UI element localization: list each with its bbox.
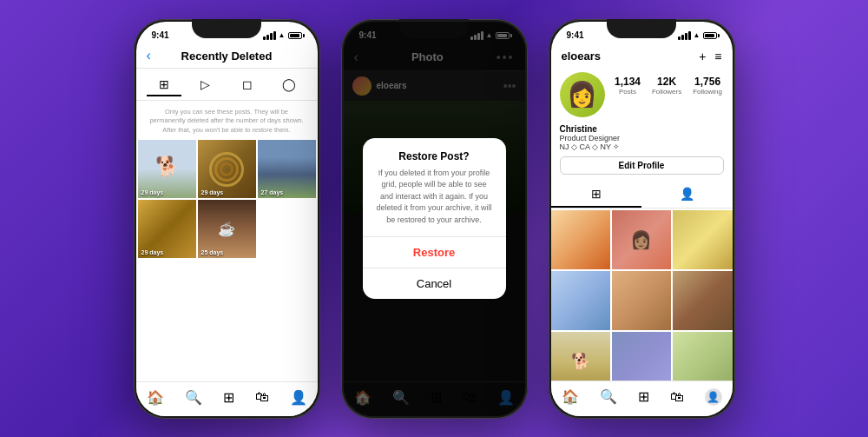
stat-followers: 12K Followers — [652, 76, 681, 96]
story-icon: ◯ — [282, 77, 296, 91]
profile-stats: 1,134 Posts 12K Followers 1,756 Followin… — [614, 72, 724, 96]
page-title: Recently Deleted — [181, 50, 273, 63]
profile-avatar-wrap: 👩 — [560, 72, 605, 117]
profile-photo-4[interactable] — [551, 271, 610, 330]
deleted-photos-grid: 🐕 29 days 29 days 27 days — [136, 140, 318, 258]
media-type-tabs: ⊞ ▷ ◻ ◯ — [136, 69, 318, 101]
days-label-1: 29 days — [141, 189, 164, 195]
days-label-2: 29 days — [201, 189, 224, 195]
status-icons-phone3: ▲ — [678, 31, 717, 40]
bottom-nav-phone1: 🏠 🔍 ⊞ 🛍 👤 — [136, 381, 318, 416]
deleted-photo-1[interactable]: 🐕 29 days — [138, 140, 196, 198]
nav-profile-icon[interactable]: 👤 — [290, 389, 307, 406]
phone-recently-deleted: 9:41 ▲ ‹ Recently Deleted ⊞ — [134, 19, 320, 419]
following-count: 1,756 — [693, 76, 722, 88]
deleted-photo-4[interactable]: 29 days — [138, 200, 196, 258]
followers-count: 12K — [652, 76, 681, 88]
profile-avatar: 👩 — [560, 72, 605, 117]
battery-icon-p3 — [703, 32, 717, 39]
profile-username: eloears — [562, 50, 602, 63]
nav-home-icon-p3[interactable]: 🏠 — [562, 388, 579, 405]
stat-posts: 1,134 Posts — [615, 76, 641, 96]
posts-count: 1,134 — [615, 76, 641, 88]
battery-icon — [288, 32, 302, 39]
edit-profile-button[interactable]: Edit Profile — [560, 156, 724, 175]
modal-body: If you deleted it from your profile grid… — [363, 168, 506, 237]
nav-home-icon[interactable]: 🏠 — [147, 389, 164, 406]
status-time-phone3: 9:41 — [567, 30, 584, 40]
deleted-photo-5[interactable]: ☕ 25 days — [198, 200, 256, 258]
add-post-icon[interactable]: + — [699, 50, 706, 63]
profile-photo-grid: 👩🏽 🐕 — [551, 210, 733, 392]
cancel-button[interactable]: Cancel — [363, 268, 506, 299]
deletion-notice: Only you can see these posts. They will … — [136, 101, 318, 141]
reel-icon: ◻ — [242, 77, 253, 91]
notch — [192, 19, 261, 38]
recently-deleted-header: ‹ Recently Deleted — [136, 46, 318, 69]
restore-modal: Restore Post? If you deleted it from you… — [363, 138, 506, 300]
grid-icon: ⊞ — [159, 77, 169, 91]
nav-new-post-icon-p3[interactable]: ⊞ — [638, 388, 649, 405]
days-label-3: 27 days — [261, 189, 284, 195]
profile-name: Christine — [560, 124, 724, 134]
status-time-phone1: 9:41 — [152, 30, 169, 40]
stat-following: 1,756 Following — [693, 76, 722, 96]
nav-search-icon[interactable]: 🔍 — [185, 389, 202, 406]
bottom-nav-phone3: 🏠 🔍 ⊞ 🛍 👤 — [551, 381, 733, 416]
menu-icon[interactable]: ≡ — [714, 50, 721, 63]
nav-shop-icon[interactable]: 🛍 — [255, 389, 269, 405]
profile-view-tabs: ⊞ 👤 — [551, 182, 733, 209]
signal-icon-p3 — [678, 31, 691, 40]
tab-reel[interactable]: ◻ — [230, 74, 265, 96]
profile-description: Product Designer — [560, 134, 724, 142]
wifi-icon: ▲ — [279, 31, 286, 39]
days-label-4: 29 days — [141, 249, 164, 255]
tab-video[interactable]: ▷ — [188, 74, 223, 96]
notch-p3 — [607, 19, 676, 38]
followers-label: Followers — [652, 88, 681, 96]
deleted-photo-2[interactable]: 29 days — [198, 140, 256, 198]
phone-profile: 9:41 ▲ eloears + ≡ — [549, 19, 735, 419]
following-label: Following — [693, 88, 722, 96]
profile-photo-6[interactable] — [673, 271, 732, 330]
modal-title: Restore Post? — [363, 138, 506, 168]
tab-story[interactable]: ◯ — [272, 74, 306, 96]
profile-photo-1[interactable] — [551, 210, 610, 269]
deleted-photo-3[interactable]: 27 days — [258, 140, 316, 198]
profile-section: 👩 1,134 Posts 12K Followers 1,756 Follow… — [551, 69, 733, 124]
video-icon: ▷ — [201, 77, 210, 91]
wifi-icon-p3: ▲ — [694, 31, 700, 39]
profile-header-icons: + ≡ — [699, 50, 721, 63]
profile-header: eloears + ≡ — [551, 46, 733, 69]
status-icons-phone1: ▲ — [263, 31, 302, 40]
tab-grid[interactable]: ⊞ — [147, 74, 181, 96]
profile-location: NJ ◇ CA ◇ NY ✧ — [560, 142, 724, 151]
days-label-5: 25 days — [201, 249, 224, 255]
restore-modal-overlay: Restore Post? If you deleted it from you… — [344, 22, 525, 416]
profile-photo-3[interactable] — [673, 210, 732, 269]
profile-photo-2[interactable]: 👩🏽 — [612, 210, 671, 269]
profile-bio: Christine Product Designer NJ ◇ CA ◇ NY … — [551, 124, 733, 156]
back-button[interactable]: ‹ — [147, 48, 151, 63]
nav-search-icon-p3[interactable]: 🔍 — [600, 388, 617, 405]
tab-tagged[interactable]: 👤 — [641, 182, 733, 208]
signal-icon — [263, 31, 276, 40]
nav-shop-icon-p3[interactable]: 🛍 — [670, 389, 684, 405]
nav-profile-icon-p3[interactable]: 👤 — [705, 388, 722, 406]
restore-button[interactable]: Restore — [363, 237, 506, 268]
nav-new-post-icon[interactable]: ⊞ — [223, 389, 234, 406]
posts-label: Posts — [615, 88, 641, 96]
tab-photos[interactable]: ⊞ — [551, 182, 642, 208]
profile-photo-5[interactable] — [612, 271, 671, 330]
phone-restore-modal: 9:41 ▲ ‹ Photo ••• eloears — [341, 19, 528, 419]
